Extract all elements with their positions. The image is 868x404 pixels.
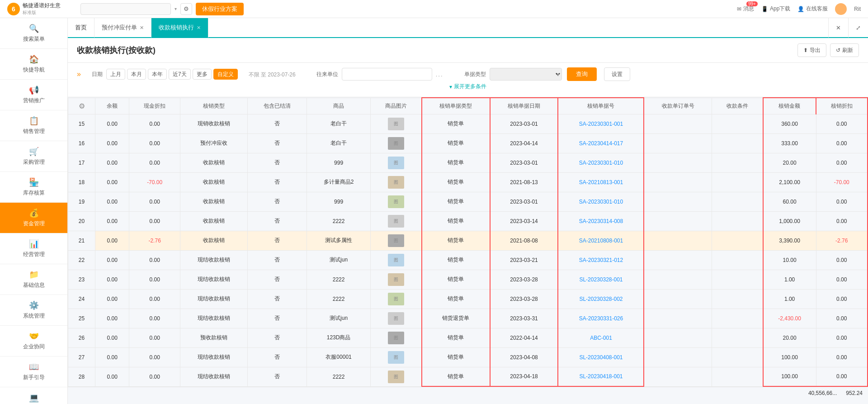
search-input[interactable] [80, 3, 171, 15]
sidebar-item-search[interactable]: 🔍 搜索菜单 [0, 18, 67, 49]
cell-verify-bill-date: 2023-03-01 [490, 192, 558, 211]
date-btn-custom[interactable]: 自定义 [213, 69, 238, 80]
cell-cash-discount: -2.76 [129, 231, 180, 250]
verify-bill-no-link[interactable]: ABC-001 [590, 335, 612, 341]
notice-button[interactable]: ✉ 消息 99+ [737, 5, 754, 13]
guide-icon: 📖 [29, 362, 39, 372]
tab-expand-btn[interactable]: ⤢ [848, 18, 868, 38]
verify-bill-no-link[interactable]: SA-20230301-001 [579, 121, 623, 127]
app-download-button[interactable]: 📱 App下载 [761, 5, 790, 13]
sidebar-item-label: 经营管理 [23, 251, 45, 258]
cell-include-settled: 否 [248, 270, 307, 289]
cell-verify-bill-date: 2023-04-18 [490, 367, 558, 386]
verify-bill-no-link[interactable]: SL-20230328-002 [579, 296, 623, 302]
verify-bill-no-link[interactable]: SA-20230321-012 [579, 257, 623, 263]
sidebar-item-finance[interactable]: 💰 资金管理 [0, 203, 67, 233]
cell-receipt-order-no [644, 133, 712, 153]
cell-cash-discount: 0.00 [129, 114, 180, 133]
service-label: 在线客服 [806, 5, 828, 13]
expand-arrow-icon[interactable]: » [77, 70, 81, 78]
column-settings-icon[interactable]: ⚙ [79, 102, 85, 110]
cell-cash-discount: 0.00 [129, 250, 180, 270]
refresh-button[interactable]: ↺ 刷新 [830, 43, 859, 57]
cell-receipt-order-no [644, 250, 712, 270]
sidebar-item-operations[interactable]: 📊 经营管理 [0, 233, 67, 264]
date-btn-more[interactable]: 更多 [193, 69, 212, 80]
sidebar-item-label: 资金管理 [23, 220, 45, 228]
operations-icon: 📊 [29, 239, 39, 249]
verify-bill-no-link[interactable]: SA-20230414-017 [579, 140, 623, 147]
sidebar-item-home[interactable]: 🏠 快捷导航 [0, 49, 67, 80]
verify-bill-no-link[interactable]: SA-20230314-008 [579, 218, 623, 224]
sidebar-item-system[interactable]: ⚙️ 系统管理 [0, 295, 67, 326]
verify-bill-no-link[interactable]: SA-20230331-026 [579, 315, 623, 322]
notice-badge: 99+ [746, 1, 758, 6]
cell-receipt-condition [712, 289, 763, 309]
verify-bill-no-link[interactable]: SL-20230418-001 [579, 373, 623, 380]
counterparty-dots[interactable]: ... [436, 71, 443, 78]
sidebar-item-collab[interactable]: 🤝 企业协同 [0, 326, 67, 356]
date-btn-last-month[interactable]: 上月 [106, 69, 125, 80]
cell-goods-img: 图 [371, 211, 422, 231]
table-body: 15 0.00 0.00 现销收款核销 否 老白干 图 销货单 2023-03-… [68, 114, 868, 386]
verify-bill-no-link[interactable]: SA-20230301-010 [579, 199, 623, 205]
sidebar-item-purchase[interactable]: 🛒 采购管理 [0, 141, 67, 172]
sidebar-item-marketing[interactable]: 📢 营销推广 [0, 80, 67, 110]
verify-bill-no-link[interactable]: SA-20210808-001 [579, 238, 623, 244]
date-btn-this-month[interactable]: 本月 [127, 69, 146, 80]
settings-icon-btn[interactable]: ⚙ [180, 3, 192, 15]
cell-verify-type: 收款核销 [180, 153, 247, 172]
top-bar: 6 畅捷通谱好生意 标准版 ▾ ⚙ 休假行业方案 ✉ 消息 99+ 📱 App下… [0, 0, 868, 18]
cell-verify-amount: 20.00 [763, 153, 816, 172]
table-row: 27 0.00 0.00 现结收款核销 否 衣服00001 图 销货单 2023… [68, 347, 868, 367]
cell-balance: 0.00 [95, 211, 129, 231]
tab-prepay[interactable]: 预付冲应付单 ✕ [94, 18, 151, 38]
counterparty-input[interactable] [342, 68, 432, 81]
cell-verify-discount: 0.00 [816, 367, 868, 386]
tab-verify-close[interactable]: ✕ [197, 25, 201, 31]
search-dropdown-icon[interactable]: ▾ [175, 6, 177, 11]
sidebar-item-inventory[interactable]: 🏪 库存核算 [0, 172, 67, 203]
date-btn-7days[interactable]: 近7天 [169, 69, 191, 80]
col-header-include-settled: 包含已结清 [248, 98, 307, 114]
verify-bill-no-link[interactable]: SL-20230408-001 [579, 354, 623, 361]
cell-verify-type: 收款核销 [180, 192, 247, 211]
cell-id: 18 [68, 172, 95, 192]
cell-verify-bill-date: 2023-04-14 [490, 133, 558, 153]
tab-prepay-close[interactable]: ✕ [140, 25, 144, 31]
basic-info-icon: 📁 [29, 270, 39, 280]
online-service-button[interactable]: 👤 在线客服 [797, 5, 828, 13]
expand-more-conditions[interactable]: ▾ 展开更多条件 [77, 81, 859, 92]
export-button[interactable]: ⬆ 导出 [797, 43, 826, 57]
sidebar-item-hardware[interactable]: 💻 智能硬件 [0, 387, 67, 404]
sidebar-item-guide[interactable]: 📖 新手引导 [0, 356, 67, 387]
cell-balance: 0.00 [95, 367, 129, 386]
verify-bill-no-link[interactable]: SL-20230328-001 [579, 276, 623, 283]
cell-id: 23 [68, 270, 95, 289]
marketing-icon: 📢 [29, 85, 39, 95]
industry-button[interactable]: 休假行业方案 [196, 3, 244, 15]
verify-bill-no-link[interactable]: SA-20210813-001 [579, 179, 623, 185]
cell-goods-img: 图 [371, 367, 422, 386]
date-btn-this-year[interactable]: 本年 [148, 69, 167, 80]
filter-settings-button[interactable]: 设置 [604, 67, 630, 81]
cell-verify-bill-date: 2023-03-28 [490, 270, 558, 289]
date-filter-label: 日期 [92, 71, 103, 78]
cell-receipt-condition [712, 250, 763, 270]
sidebar: 🔍 搜索菜单 🏠 快捷导航 📢 营销推广 📋 销售管理 🛒 采购管理 🏪 库存核… [0, 18, 68, 404]
tab-close-btn[interactable]: ✕ [828, 18, 848, 38]
col-header-settings[interactable]: ⚙ [68, 98, 95, 114]
query-button[interactable]: 查询 [567, 67, 597, 81]
verify-bill-no-link[interactable]: SA-20230301-010 [579, 160, 623, 166]
sidebar-item-label: 系统管理 [23, 312, 45, 320]
tab-verify[interactable]: 收款核销执行 ✕ [151, 18, 208, 38]
receipt-type-select[interactable] [490, 68, 562, 81]
sidebar-item-basic-info[interactable]: 📁 基础信息 [0, 264, 67, 295]
user-avatar[interactable] [835, 3, 847, 15]
cell-goods: 999 [307, 153, 370, 172]
cell-verify-bill-no: SL-20230418-001 [558, 367, 644, 386]
tab-home-label: 首页 [75, 24, 87, 32]
cell-receipt-condition [712, 231, 763, 250]
sidebar-item-sales[interactable]: 📋 销售管理 [0, 110, 67, 141]
tab-home[interactable]: 首页 [68, 18, 94, 38]
